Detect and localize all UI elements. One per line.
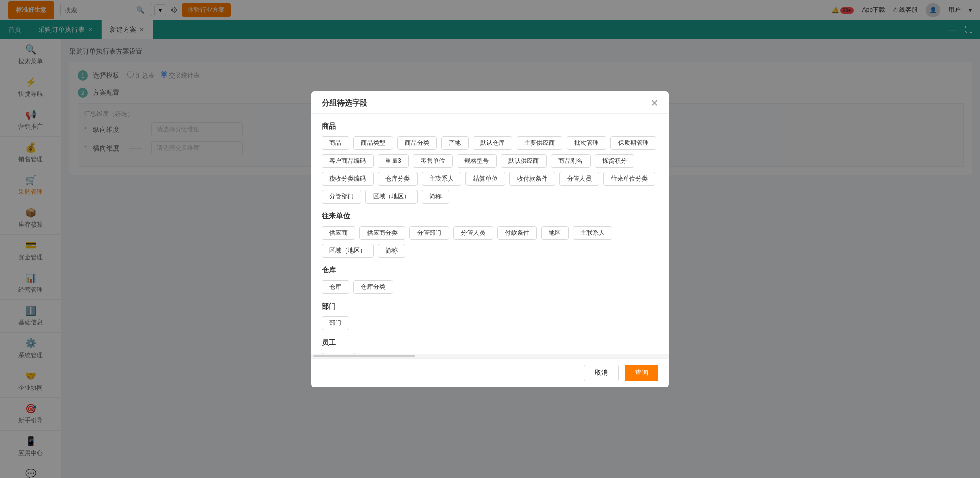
- dept-fields: 部门: [322, 316, 658, 330]
- field-partner-category[interactable]: 往来单位分类: [603, 172, 655, 186]
- field-expiry-mgmt[interactable]: 保质期管理: [610, 136, 656, 150]
- field-tax-code[interactable]: 税收分类编码: [322, 172, 374, 186]
- field-supplier[interactable]: 供应商: [322, 226, 355, 240]
- field-warehouse-cat[interactable]: 仓库分类: [353, 280, 393, 294]
- dialog-body: 商品 商品 商品类型 商品分类 产地 默认仓库 主要供应商 批次管理 保质期管理…: [311, 114, 669, 354]
- field-partner-contact[interactable]: 主联系人: [573, 226, 612, 240]
- field-dept[interactable]: 部门: [322, 316, 349, 330]
- dialog-header: 分组待选字段 ✕: [311, 91, 669, 114]
- field-partner-dept[interactable]: 分管部门: [409, 226, 449, 240]
- section-warehouse-title: 仓库: [322, 266, 658, 275]
- dialog-horizontal-scrollbar[interactable]: [311, 354, 669, 358]
- dialog-title: 分组待选字段: [322, 98, 368, 108]
- dialog-overlay: 分组待选字段 ✕ 商品 商品 商品类型 商品分类 产地 默认仓库 主要供应商 批…: [0, 0, 980, 478]
- field-customer-code[interactable]: 客户商品编码: [322, 154, 374, 168]
- field-default-supplier[interactable]: 默认供应商: [501, 154, 547, 168]
- partner-fields: 供应商 供应商分类 分管部门 分管人员 付款条件 地区 主联系人 区域（地区） …: [322, 226, 658, 258]
- section-employee: 员工 业务员: [322, 338, 658, 354]
- field-warehouse[interactable]: 仓库: [322, 280, 349, 294]
- warehouse-fields: 仓库 仓库分类: [322, 280, 658, 294]
- field-product-alias[interactable]: 商品别名: [551, 154, 591, 168]
- section-warehouse: 仓库 仓库 仓库分类: [322, 266, 658, 294]
- section-partner: 往来单位 供应商 供应商分类 分管部门 分管人员 付款条件 地区 主联系人 区域…: [322, 212, 658, 258]
- field-settlement-unit[interactable]: 结算单位: [465, 172, 505, 186]
- cancel-button[interactable]: 取消: [584, 365, 619, 381]
- section-dept-title: 部门: [322, 302, 658, 311]
- field-product-category[interactable]: 商品分类: [397, 136, 437, 150]
- field-main-supplier[interactable]: 主要供应商: [517, 136, 562, 150]
- confirm-button[interactable]: 查询: [625, 365, 658, 381]
- field-payment-terms[interactable]: 收付款条件: [509, 172, 555, 186]
- field-supplier-category[interactable]: 供应商分类: [359, 226, 405, 240]
- field-manager[interactable]: 分管人员: [559, 172, 599, 186]
- field-pick-points[interactable]: 拣货积分: [595, 154, 634, 168]
- field-short-name[interactable]: 简称: [422, 190, 449, 204]
- field-batch-mgmt[interactable]: 批次管理: [567, 136, 606, 150]
- section-partner-title: 往来单位: [322, 212, 658, 221]
- field-product[interactable]: 商品: [322, 136, 349, 150]
- field-weight[interactable]: 重量3: [378, 154, 409, 168]
- field-partner-short[interactable]: 简称: [378, 244, 405, 258]
- field-retail-unit[interactable]: 零售单位: [413, 154, 453, 168]
- product-fields: 商品 商品类型 商品分类 产地 默认仓库 主要供应商 批次管理 保质期管理 客户…: [322, 136, 658, 204]
- field-region[interactable]: 区域（地区）: [365, 190, 418, 204]
- section-product: 商品 商品 商品类型 商品分类 产地 默认仓库 主要供应商 批次管理 保质期管理…: [322, 122, 658, 204]
- section-employee-title: 员工: [322, 338, 658, 347]
- field-area[interactable]: 地区: [541, 226, 569, 240]
- dialog-footer: 取消 查询: [311, 358, 669, 387]
- section-product-title: 商品: [322, 122, 658, 131]
- field-warehouse-category[interactable]: 仓库分类: [378, 172, 418, 186]
- field-origin[interactable]: 产地: [441, 136, 469, 150]
- field-payment-cond[interactable]: 付款条件: [497, 226, 537, 240]
- section-dept: 部门 部门: [322, 302, 658, 330]
- dialog-close-button[interactable]: ✕: [651, 98, 658, 108]
- field-default-warehouse[interactable]: 默认仓库: [473, 136, 512, 150]
- field-partner-manager[interactable]: 分管人员: [453, 226, 493, 240]
- field-product-type[interactable]: 商品类型: [353, 136, 393, 150]
- field-spec-model[interactable]: 规格型号: [457, 154, 497, 168]
- field-select-dialog: 分组待选字段 ✕ 商品 商品 商品类型 商品分类 产地 默认仓库 主要供应商 批…: [311, 91, 669, 387]
- field-main-contact[interactable]: 主联系人: [422, 172, 461, 186]
- field-partner-region[interactable]: 区域（地区）: [322, 244, 374, 258]
- field-managing-dept[interactable]: 分管部门: [322, 190, 361, 204]
